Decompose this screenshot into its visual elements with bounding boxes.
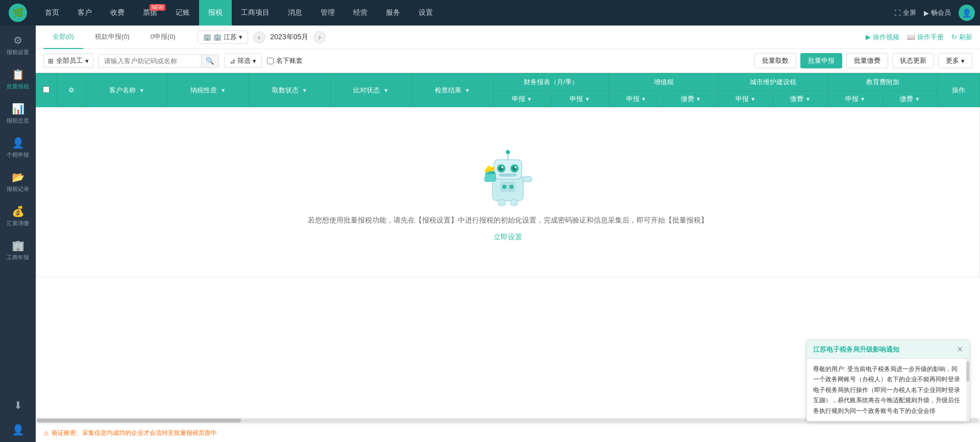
col-vat-pay: 缴费▼	[664, 91, 718, 107]
next-month-btn[interactable]: ›	[313, 31, 326, 43]
svg-point-7	[501, 166, 503, 168]
nav-home[interactable]: 首页	[36, 0, 68, 26]
sidebar-item-tax-settings[interactable]: ⚙ 报税设置	[0, 28, 36, 62]
toolbar-right: 批量取数 批量申报 批量缴费 状态更新 更多 ▾	[754, 53, 972, 68]
refresh-icon: ↻	[951, 33, 957, 41]
col-vat: 增值税	[609, 73, 719, 91]
setup-link[interactable]: 立即设置	[494, 233, 522, 242]
sidebar-item-personal-tax[interactable]: 👤 个税申报	[0, 131, 36, 165]
svg-point-22	[509, 185, 513, 189]
notification-scrollbar[interactable]	[966, 359, 969, 421]
svg-rect-23	[498, 200, 505, 206]
batch-fetch-button[interactable]: 批量取数	[754, 53, 796, 68]
filter-button[interactable]: ⊿ 筛选 ▾	[224, 54, 262, 68]
chevron-down-icon: ▾	[961, 57, 965, 65]
col-financial-declare: 申报▼	[493, 91, 551, 107]
col-financial-pay: 申报▼	[551, 91, 608, 107]
select-all-checkbox[interactable]	[43, 86, 50, 93]
sidebar-item-download[interactable]: ⬇	[0, 393, 36, 418]
account-checkbox[interactable]: 名下账套	[267, 56, 303, 65]
fullscreen-btn[interactable]: ⛶ 全屏	[894, 8, 916, 17]
nav-business[interactable]: 工商项目	[232, 0, 279, 26]
video-icon: ▶	[866, 33, 871, 41]
scroll-thumb	[966, 361, 969, 382]
nav-settings[interactable]: 设置	[409, 0, 442, 26]
refresh-btn[interactable]: ↻ 刷新	[951, 33, 972, 42]
svg-rect-24	[510, 200, 518, 206]
tab-zero-declare[interactable]: 0申报(0)	[141, 26, 185, 49]
tab-all[interactable]: 全部(0)	[43, 26, 83, 49]
svg-point-19	[492, 167, 495, 170]
user-icon: 👤	[12, 424, 24, 436]
settings-col-icon: ⚙	[68, 86, 75, 94]
col-education-surcharge: 教育费附加	[828, 73, 938, 91]
status-update-button[interactable]: 状态更新	[892, 53, 934, 68]
tab-declare[interactable]: 税款申报(0)	[86, 26, 139, 49]
more-button[interactable]: 更多 ▾	[938, 53, 972, 68]
checkbox-input[interactable]	[267, 58, 274, 64]
current-date: 2023年05月	[271, 33, 309, 42]
play-icon: ▶	[924, 9, 929, 17]
filter-icon: ▼	[464, 87, 470, 93]
user-avatar[interactable]: 👤	[959, 5, 975, 21]
col-financial-report: 财务报表（月/季）	[493, 73, 609, 91]
nav-tax[interactable]: 报税	[199, 0, 232, 26]
chevron-down-icon: ▾	[253, 57, 256, 65]
search-button[interactable]: 🔍	[201, 55, 218, 67]
col-urban-declare: 申报▼	[718, 91, 773, 107]
fullscreen-icon: ⛶	[894, 9, 901, 17]
col-customer-name: 客户名称 ▼	[86, 73, 168, 107]
nav-service[interactable]: 服务	[377, 0, 409, 26]
nav-accounting[interactable]: 记账	[166, 0, 199, 26]
empty-message: 若您想使用批量报税功能，请先在【报税设置】中进行报税的初始化设置，完成密码验证和…	[308, 216, 708, 225]
svg-rect-11	[499, 174, 517, 177]
filter-icon: ▼	[139, 87, 144, 93]
tabs-bar: 全部(0) 税款申报(0) 0申报(0) 🏢 🏢 江苏 ▾ ‹ 2023年05月…	[36, 26, 980, 49]
bottom-bar: ⚠ 验证账密、采集信息均成功的企业才会流转至批量报税页面中	[36, 424, 980, 442]
settings-icon: ⚙	[13, 34, 22, 46]
employee-filter[interactable]: ⊞ 全部员工 ▾	[43, 54, 93, 68]
svg-point-18	[487, 166, 491, 170]
svg-point-8	[514, 166, 517, 168]
sidebar-item-annual-report[interactable]: 🏢 工商年报	[0, 233, 36, 267]
logo[interactable]: 🌿	[5, 3, 31, 23]
sidebar-item-tax-record[interactable]: 📂 报税记录	[0, 165, 36, 199]
operation-manual-btn[interactable]: 📖 操作手册	[907, 33, 944, 42]
region-select[interactable]: 🏢 🏢 江苏 ▾	[198, 31, 248, 44]
top-navigation: 🌿 首页 客户 收费 票据 NEW 记账 报税 工商项目 消息 管理 经营 服务…	[0, 0, 980, 26]
sidebar-item-settlement[interactable]: 💰 汇算清缴	[0, 199, 36, 233]
nav-items: 首页 客户 收费 票据 NEW 记账 报税 工商项目 消息 管理 经营 服务 设…	[36, 0, 894, 26]
warning-icon: ⚠	[43, 430, 49, 437]
tabs-date-area: 🏢 🏢 江苏 ▾ ‹ 2023年05月 ›	[198, 31, 326, 44]
nav-manage[interactable]: 管理	[311, 0, 344, 26]
robot-illustration	[475, 142, 541, 208]
filter-icon: ▼	[302, 87, 307, 93]
col-vat-declare: 申报▼	[609, 91, 664, 107]
bottom-warning-text: 验证账密、采集信息均成功的企业才会流转至批量报税页面中	[52, 429, 217, 437]
operation-video-btn[interactable]: ▶ 操作视频	[866, 33, 899, 42]
batch-pay-button[interactable]: 批量缴费	[846, 53, 888, 68]
nav-invoice[interactable]: 票据 NEW	[134, 0, 166, 26]
search-box: 🔍	[99, 54, 219, 68]
overview-icon: 📊	[12, 103, 24, 115]
member-btn[interactable]: ▶ 畅会员	[924, 8, 951, 17]
nav-operation[interactable]: 经营	[344, 0, 377, 26]
col-compare-status: 比对状态 ▼	[330, 73, 412, 107]
person-icon: 👤	[12, 137, 24, 149]
sidebar-item-user[interactable]: 👤	[0, 418, 36, 442]
prev-month-btn[interactable]: ‹	[253, 31, 265, 43]
close-icon[interactable]: ✕	[957, 345, 963, 354]
nav-message[interactable]: 消息	[279, 0, 311, 26]
notification-title: 江苏电子税务局升级影响通知	[813, 345, 899, 354]
sidebar-bottom: ⬇ 👤	[0, 393, 36, 442]
sidebar-item-batch-tax[interactable]: 📋 批量报税	[0, 62, 36, 96]
notification-body: 尊敬的用户: 受当前电子税务局进一步升级的影响，同一个政务网账号（办税人）名下的…	[807, 359, 969, 421]
scroll-thumb	[37, 419, 241, 423]
notification-panel: 江苏电子税务局升级影响通知 ✕ 尊敬的用户: 受当前电子税务局进一步升级的影响，…	[806, 340, 970, 422]
batch-declare-button[interactable]: 批量申报	[800, 53, 842, 68]
nav-customer[interactable]: 客户	[68, 0, 101, 26]
col-urban-pay: 缴费▼	[773, 91, 828, 107]
sidebar-item-tax-overview[interactable]: 📊 报税总览	[0, 96, 36, 131]
search-input[interactable]	[99, 55, 201, 67]
nav-billing[interactable]: 收费	[101, 0, 134, 26]
